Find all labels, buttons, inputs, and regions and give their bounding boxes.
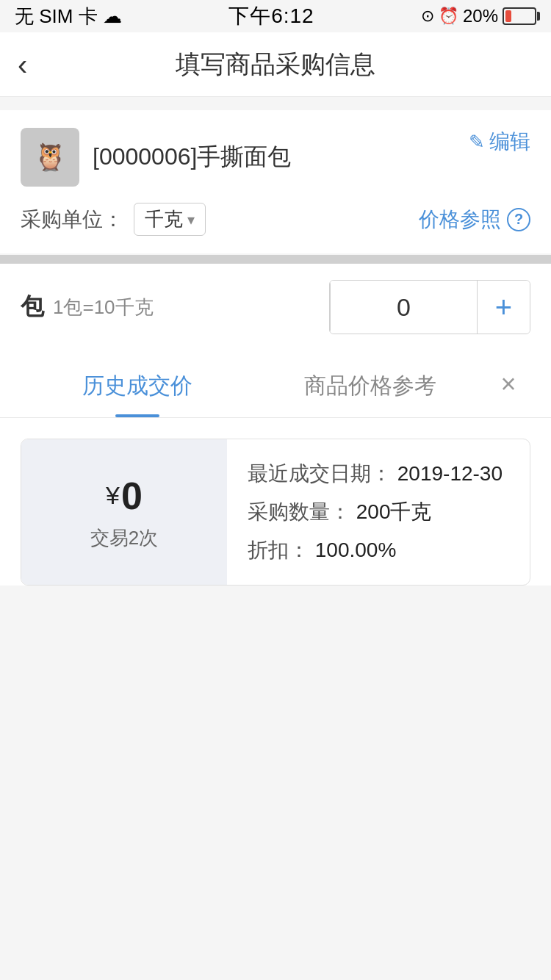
trade-count: 交易2次 — [90, 525, 158, 551]
back-button[interactable]: ‹ — [18, 50, 27, 79]
location-icon: ⊙ — [421, 7, 434, 26]
tab-history-price[interactable]: 历史成交价 — [21, 350, 253, 417]
status-bar: 无 SIM 卡 ☁ 下午6:12 ⊙ ⏰ 20% — [0, 0, 551, 32]
status-time: 下午6:12 — [228, 2, 314, 30]
recent-date-value: 2019-12-30 — [397, 462, 503, 485]
product-logo-icon: 🦉 — [34, 142, 67, 173]
battery-fill — [505, 10, 511, 22]
quantity-input[interactable] — [330, 281, 477, 334]
quantity-plus-button[interactable]: + — [477, 281, 530, 334]
alarm-icon: ⏰ — [439, 7, 458, 26]
unit-select-button[interactable]: 千克 ▾ — [134, 203, 206, 236]
recent-date-label: 最近成交日期： — [248, 462, 392, 485]
edit-label: 编辑 — [489, 128, 530, 156]
section-divider — [0, 255, 551, 264]
trade-card-left: ¥ 0 交易2次 — [21, 439, 227, 585]
product-left: 🦉 [0000006]手撕面包 — [21, 128, 291, 187]
battery-icon — [503, 7, 536, 25]
trade-price: ¥ 0 — [106, 474, 143, 518]
quantity-row: 包 1包=10千克 + — [0, 264, 551, 350]
tab-section: 历史成交价 商品价格参考 × ¥ 0 交易2次 最近成交日期： 2019-12-… — [0, 350, 551, 586]
unit-badge: 包 — [21, 291, 44, 323]
trade-discount-row: 折扣： 100.00% — [248, 536, 509, 564]
tab-price-reference[interactable]: 商品价格参考 — [253, 350, 486, 417]
trade-price-value: 0 — [121, 474, 143, 518]
page-title: 填写商品采购信息 — [176, 48, 375, 82]
quantity-control: + — [329, 280, 530, 334]
battery-percent: 20% — [463, 6, 498, 26]
status-left: 无 SIM 卡 ☁ — [15, 4, 122, 29]
product-name: [0000006]手撕面包 — [93, 141, 291, 173]
product-unit-row: 采购单位： 千克 ▾ 价格参照 ? — [21, 203, 530, 236]
bottom-space — [0, 606, 551, 900]
unit-sub-label: 1包=10千克 — [53, 295, 154, 320]
status-right: ⊙ ⏰ 20% — [421, 6, 536, 26]
trade-recent-date-row: 最近成交日期： 2019-12-30 — [248, 460, 509, 488]
sim-label: 无 SIM 卡 ☁ — [15, 4, 122, 29]
product-thumbnail: 🦉 — [21, 128, 79, 187]
edit-icon: ✎ — [469, 131, 485, 154]
price-reference-button[interactable]: 价格参照 ? — [419, 206, 530, 234]
price-ref-label: 价格参照 — [419, 206, 501, 234]
product-header: 🦉 [0000006]手撕面包 ✎ 编辑 — [21, 128, 530, 187]
trade-card-right: 最近成交日期： 2019-12-30 采购数量： 200千克 折扣： 100.0… — [227, 439, 530, 585]
chevron-down-icon: ▾ — [187, 211, 195, 228]
purchase-qty-value: 200千克 — [356, 500, 432, 523]
help-icon: ? — [507, 208, 530, 231]
yuan-symbol: ¥ — [106, 481, 120, 510]
tab-close-button[interactable]: × — [486, 362, 530, 406]
unit-value: 千克 — [145, 206, 183, 232]
product-card: 🦉 [0000006]手撕面包 ✎ 编辑 采购单位： 千克 ▾ 价格参照 ? — [0, 110, 551, 253]
unit-left: 采购单位： 千克 ▾ — [21, 203, 206, 236]
discount-label: 折扣： — [248, 538, 309, 561]
purchase-qty-label: 采购数量： — [248, 500, 350, 523]
unit-label: 采购单位： — [21, 206, 123, 234]
trade-purchase-qty-row: 采购数量： 200千克 — [248, 498, 509, 526]
nav-bar: ‹ 填写商品采购信息 — [0, 32, 551, 97]
trade-card: ¥ 0 交易2次 最近成交日期： 2019-12-30 采购数量： 200千克 … — [21, 439, 530, 586]
quantity-label: 包 1包=10千克 — [21, 291, 154, 323]
discount-value: 100.00% — [315, 538, 397, 561]
tab-header: 历史成交价 商品价格参考 × — [0, 350, 551, 418]
edit-button[interactable]: ✎ 编辑 — [469, 128, 530, 156]
